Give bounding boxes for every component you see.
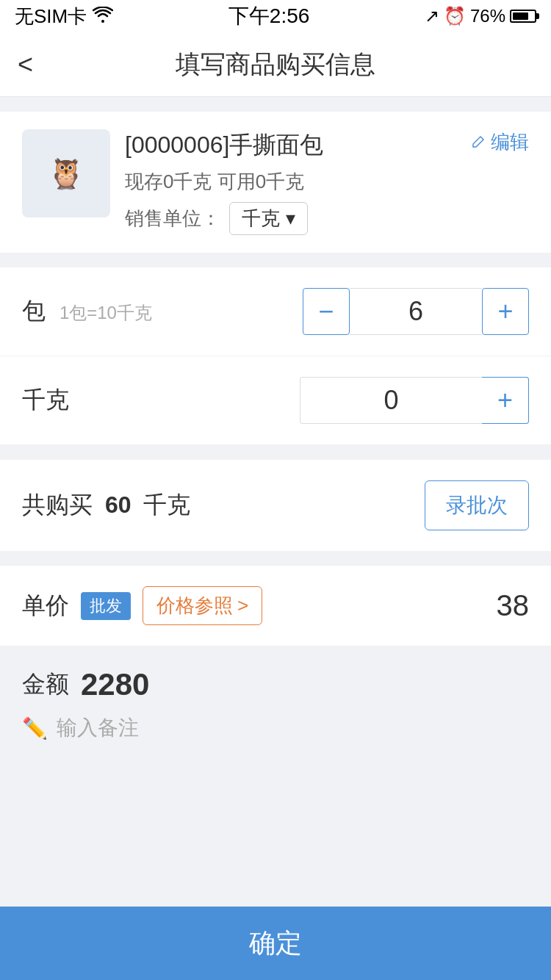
total-text: 共购买 60 千克 <box>22 489 190 522</box>
status-bar: 无SIM卡 下午2:56 ↗ ⏰ 76% <box>0 0 551 32</box>
qty-plus-bao[interactable]: + <box>482 288 529 335</box>
qty-label-bao: 包 1包=10千克 <box>22 295 303 328</box>
price-tag: 批发 <box>81 592 131 620</box>
product-unit-row: 销售单位： 千克 ▾ <box>125 202 529 235</box>
product-card: 🦉 [0000006]手撕面包 编辑 现存0千克 可用0千克 销售单位： 千克 … <box>0 112 551 253</box>
wifi-icon <box>93 5 113 28</box>
product-image: 🦉 <box>22 129 110 217</box>
dropdown-icon: ▾ <box>286 207 295 230</box>
product-info: [0000006]手撕面包 编辑 现存0千克 可用0千克 销售单位： 千克 ▾ <box>125 129 529 235</box>
back-button[interactable]: < <box>18 49 33 80</box>
battery-percent: 76% <box>470 6 505 26</box>
qty-input-kg[interactable]: 0 <box>300 377 482 424</box>
section-divider <box>0 551 551 566</box>
battery-icon <box>510 10 536 23</box>
price-value: 38 <box>497 589 530 622</box>
qty-minus-bao[interactable]: − <box>303 288 350 335</box>
note-row[interactable]: ✏️ 输入备注 <box>22 714 529 757</box>
price-ref-label: 价格参照 <box>156 593 233 619</box>
price-ref-button[interactable]: 价格参照 > <box>143 586 262 625</box>
product-stock: 现存0千克 可用0千克 <box>125 169 529 195</box>
total-section: 共购买 60 千克 录批次 <box>0 460 551 551</box>
quantity-row-kg: 千克 0 + <box>0 356 551 445</box>
amount-value: 2280 <box>81 667 149 702</box>
quantity-section: 包 1包=10千克 − 6 + 千克 0 + <box>0 267 551 445</box>
price-ref-arrow: > <box>237 594 248 617</box>
status-right: ↗ ⏰ 76% <box>425 6 536 26</box>
quantity-row-bao: 包 1包=10千克 − 6 + <box>0 267 551 356</box>
status-left: 无SIM卡 <box>15 4 113 29</box>
alarm-icon: ⏰ <box>444 6 466 26</box>
qty-controls-bao: − 6 + <box>303 288 529 335</box>
amount-row: 金额 2280 <box>22 667 529 702</box>
price-label: 单价 <box>22 590 69 622</box>
product-name: [0000006]手撕面包 <box>125 129 323 162</box>
total-value: 60 <box>105 491 132 518</box>
product-logo: 🦉 <box>48 156 84 191</box>
batch-button[interactable]: 录批次 <box>425 480 529 530</box>
confirm-button[interactable]: 确定 <box>0 907 551 980</box>
qty-input-bao[interactable]: 6 <box>350 288 482 335</box>
nav-bar: < 填写商品购买信息 <box>0 32 551 97</box>
qty-label-kg: 千克 <box>22 384 300 417</box>
edit-button[interactable]: 编辑 <box>470 129 529 155</box>
amount-label: 金额 <box>22 669 69 701</box>
qty-hint-bao: 1包=10千克 <box>60 303 152 323</box>
bottom-spacer <box>0 757 551 845</box>
amount-section: 金额 2280 ✏️ 输入备注 <box>0 646 551 757</box>
note-label: 输入备注 <box>57 714 139 742</box>
gps-icon: ↗ <box>425 6 439 26</box>
product-header-row: [0000006]手撕面包 编辑 <box>125 129 529 169</box>
qty-plus-kg[interactable]: + <box>482 377 529 424</box>
unit-value: 千克 <box>242 206 280 231</box>
note-icon: ✏️ <box>22 716 48 741</box>
status-time: 下午2:56 <box>228 2 310 30</box>
unit-label: 销售单位： <box>125 206 220 231</box>
price-section: 单价 批发 价格参照 > 38 <box>0 566 551 646</box>
page-title: 填写商品购买信息 <box>176 48 375 82</box>
carrier-label: 无SIM卡 <box>15 4 87 29</box>
qty-controls-kg: 0 + <box>300 377 529 424</box>
unit-selector[interactable]: 千克 ▾ <box>229 202 308 235</box>
